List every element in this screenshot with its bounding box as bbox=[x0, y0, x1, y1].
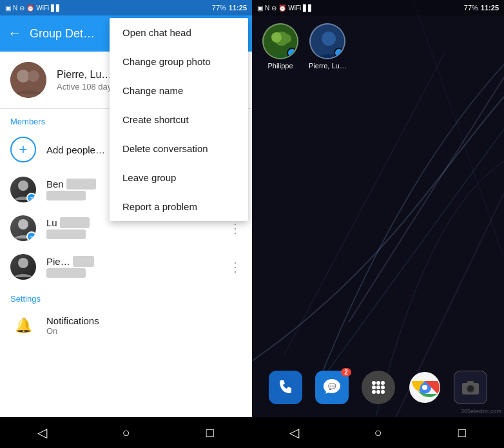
menu-item-leave-group[interactable]: Leave group bbox=[110, 163, 248, 192]
menu-item-change-name[interactable]: Change name bbox=[110, 76, 248, 105]
messaging-badge: 2 bbox=[341, 368, 351, 376]
alarm-icon: ⏰ bbox=[26, 5, 34, 12]
recents-nav-button[interactable]: □ bbox=[191, 420, 229, 445]
minus-icon: ⊖ bbox=[19, 5, 24, 12]
bell-icon: 🔔 bbox=[10, 313, 36, 338]
member-handle-3 bbox=[46, 268, 218, 278]
svg-point-32 bbox=[468, 386, 473, 391]
alarm-icon-right: ⏰ bbox=[278, 5, 286, 12]
chat-head-pierre[interactable]: Pierre, Lu… bbox=[309, 23, 347, 70]
status-icons-right: ▣ N ⊖ ⏰ WiFi ▋▋ bbox=[257, 5, 313, 12]
svg-point-12 bbox=[271, 32, 282, 43]
svg-text:m: m bbox=[30, 235, 34, 239]
battery-pct-right: 77% bbox=[464, 4, 478, 12]
bottom-nav-left: ◁ ○ □ bbox=[0, 417, 252, 448]
notification-title: Notifications bbox=[46, 315, 99, 326]
wifi-icon: WiFi bbox=[36, 5, 49, 12]
recents-nav-button-right[interactable]: □ bbox=[443, 420, 481, 445]
add-people-text: Add people… bbox=[46, 144, 105, 155]
watermark: 365electric.com bbox=[461, 408, 501, 414]
svg-point-25 bbox=[381, 390, 385, 394]
nfc-icon: N bbox=[13, 5, 17, 12]
chat-head-name-pierre: Pierre, Lu… bbox=[309, 62, 347, 70]
bars-icon: ▋▋ bbox=[51, 5, 61, 12]
back-nav-button-right[interactable]: ◁ bbox=[275, 420, 313, 445]
battery-pct-left: 77% bbox=[212, 4, 226, 12]
svg-point-15 bbox=[322, 32, 336, 46]
messenger-badge-2: m bbox=[26, 231, 36, 241]
member-avatar-1: m bbox=[10, 177, 36, 202]
time-right: 11:25 bbox=[481, 4, 499, 12]
right-panel: ▣ N ⊖ ⏰ WiFi ▋▋ 77% 11:25 bbox=[252, 0, 504, 448]
notification-info: Notifications On bbox=[46, 315, 99, 336]
chat-head-avatar-pierre bbox=[309, 23, 345, 59]
left-panel: ▣ N ⊖ ⏰ WiFi ▋▋ 77% 11:25 ← Group Det… ⋮ bbox=[0, 0, 252, 448]
time-left: 11:25 bbox=[229, 4, 247, 12]
svg-text:💬: 💬 bbox=[328, 382, 336, 391]
battery-time-left: 77% 11:25 bbox=[212, 4, 247, 12]
menu-item-report-problem[interactable]: Report a problem bbox=[110, 192, 248, 221]
dropdown-menu: Open chat head Change group photo Change… bbox=[110, 18, 248, 221]
chat-heads-area: Philippe Pierre, Lu… bbox=[252, 18, 504, 75]
menu-item-delete-conversation[interactable]: Delete conversation bbox=[110, 134, 248, 163]
status-bar-right: ▣ N ⊖ ⏰ WiFi ▋▋ 77% 11:25 bbox=[252, 0, 504, 15]
more-icon-3[interactable]: ⋮ bbox=[229, 259, 242, 275]
minus-icon-right: ⊖ bbox=[271, 5, 276, 12]
messenger-badge-1: m bbox=[26, 193, 36, 202]
svg-point-23 bbox=[372, 390, 376, 394]
svg-point-6 bbox=[18, 219, 28, 229]
chrome-icon bbox=[408, 371, 441, 404]
svg-point-18 bbox=[376, 381, 380, 385]
svg-point-17 bbox=[372, 381, 376, 385]
member-info-3: Pie… bbox=[46, 256, 218, 278]
messenger-badge-philippe bbox=[287, 48, 297, 58]
chat-head-avatar-philippe bbox=[262, 23, 298, 59]
menu-item-create-shortcut[interactable]: Create shortcut bbox=[110, 105, 248, 134]
svg-point-29 bbox=[422, 385, 427, 390]
chat-head-philippe[interactable]: Philippe bbox=[262, 23, 298, 70]
menu-item-open-chat-head[interactable]: Open chat head bbox=[110, 18, 248, 47]
menu-item-change-group-photo[interactable]: Change group photo bbox=[110, 47, 248, 76]
group-avatar bbox=[10, 62, 46, 98]
status-icons-left: ▣ N ⊖ ⏰ WiFi ▋▋ bbox=[5, 5, 61, 12]
bottom-nav-right: ◁ ○ □ bbox=[252, 417, 504, 448]
notification-sub: On bbox=[46, 326, 99, 336]
svg-point-2 bbox=[28, 70, 39, 82]
nfc-icon-right: N bbox=[265, 5, 269, 12]
svg-text:m: m bbox=[30, 196, 34, 200]
messaging-icon: 💬 2 bbox=[315, 371, 349, 404]
signal-icon: ▣ bbox=[5, 5, 11, 12]
svg-point-20 bbox=[372, 385, 376, 389]
member-avatar-2: m bbox=[10, 215, 36, 241]
member-row[interactable]: Pie… ⋮ bbox=[0, 248, 252, 286]
member-handle-2 bbox=[46, 229, 218, 239]
messenger-badge-pierre bbox=[334, 48, 344, 58]
svg-point-13 bbox=[282, 34, 291, 43]
svg-point-9 bbox=[18, 258, 28, 268]
home-nav-button-right[interactable]: ○ bbox=[358, 420, 397, 445]
notification-row[interactable]: 🔔 Notifications On bbox=[0, 306, 252, 345]
signal-icon-right: ▣ bbox=[257, 5, 263, 12]
svg-rect-33 bbox=[467, 381, 474, 384]
back-nav-button[interactable]: ◁ bbox=[23, 420, 61, 445]
battery-time-right: 77% 11:25 bbox=[464, 4, 499, 12]
wifi-icon-right: WiFi bbox=[288, 5, 301, 12]
bars-icon-right: ▋▋ bbox=[303, 5, 313, 12]
camera-icon bbox=[454, 371, 487, 404]
add-people-icon: + bbox=[10, 137, 36, 162]
svg-point-21 bbox=[376, 385, 380, 389]
svg-point-22 bbox=[381, 385, 385, 389]
member-name-3: Pie… bbox=[46, 256, 218, 267]
status-bar-left: ▣ N ⊖ ⏰ WiFi ▋▋ 77% 11:25 bbox=[0, 0, 252, 15]
back-button[interactable]: ← bbox=[8, 25, 22, 42]
chat-head-name-philippe: Philippe bbox=[267, 62, 293, 70]
home-nav-button[interactable]: ○ bbox=[106, 420, 145, 445]
apps-icon bbox=[362, 371, 395, 404]
member-avatar-3 bbox=[10, 254, 36, 280]
svg-point-3 bbox=[18, 180, 28, 191]
settings-section-label: Settings bbox=[0, 286, 252, 306]
more-icon-2[interactable]: ⋮ bbox=[229, 220, 242, 236]
svg-point-24 bbox=[376, 390, 380, 394]
phone-icon bbox=[269, 371, 302, 404]
svg-point-19 bbox=[381, 381, 385, 385]
